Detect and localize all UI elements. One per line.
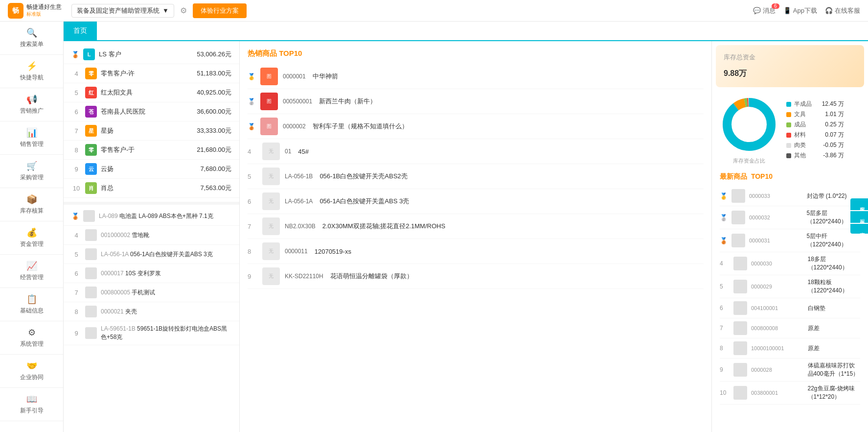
medal-gold-1: 🥇 — [248, 73, 255, 80]
finance-icon: 💰 — [26, 227, 37, 238]
newest-row-5[interactable]: 5 0000029 18颗粒板（1220*2440） — [720, 275, 860, 298]
float-btn-live[interactable]: 直播 — [850, 224, 868, 234]
newest-row-7[interactable]: 7 000800008 原差 — [720, 318, 860, 338]
product-name-3: 智利车子里（规格不知道填什么） — [313, 122, 408, 131]
hot-product-9[interactable]: 9 无 KK-SD22110H 花语萌恒温分離罐袋（厚款） — [248, 264, 704, 289]
donut-svg — [720, 95, 778, 154]
customer-rank-10[interactable]: 10 肖 肖总 7,563.00元 — [64, 179, 239, 198]
product-rank-7[interactable]: 7 000800005 手机测试 — [64, 283, 239, 302]
newest-img-5 — [733, 280, 747, 293]
sidebar-item-purchase[interactable]: 🛒 采购管理 — [0, 155, 63, 188]
hot-product-2[interactable]: 🥈 图 000500001 新西兰牛肉（新牛） — [248, 89, 704, 114]
newest-code-7: 000800008 — [751, 325, 804, 331]
sidebar-label-guide: 新手引导 — [20, 407, 44, 415]
system-name: 装备及固定资产辅助管理系统 — [77, 6, 160, 15]
trial-btn[interactable]: 体验行业方案 — [193, 3, 247, 18]
newest-code-4: 0000030 — [751, 261, 804, 266]
customer-name-5: 红太阳文具 — [101, 88, 193, 97]
inventory-unit: 万 — [739, 69, 747, 77]
newest-row-4[interactable]: 4 0000030 18多层（1220*2440） — [720, 252, 860, 275]
product-code-5: LA-056-1B — [285, 173, 313, 180]
customer-rank-5[interactable]: 5 红 红太阳文具 40,925.00元 — [64, 83, 239, 102]
tab-home[interactable]: 首页 — [64, 22, 97, 40]
newest-row-2[interactable]: 🥈 0000032 5层多层（1220*2440） — [720, 206, 860, 229]
newest-row-3[interactable]: 🥉 0000031 5层中纤（1220*2440） — [720, 229, 860, 252]
customer-amount-10: 7,563.00元 — [200, 184, 231, 192]
sidebar-item-sales[interactable]: 📊 销售管理 — [0, 121, 63, 155]
sidebar-item-operations[interactable]: 📈 经营管理 — [0, 255, 63, 288]
sidebar-label-purchase: 采购管理 — [20, 173, 44, 182]
app-download-button[interactable]: 📱 App下载 — [783, 6, 817, 15]
newest-row-8[interactable]: 8 10000100001 原差 — [720, 338, 860, 359]
hot-product-8[interactable]: 8 无 0000011 12070519-xs — [248, 239, 704, 264]
customer-badge-8: 零 — [85, 144, 97, 156]
hot-product-6[interactable]: 6 无 LA-056-1A 056-1A白色按键开关盖ABS 3壳 — [248, 189, 704, 214]
float-btn-service[interactable]: 客服热线 — [850, 198, 868, 210]
product-name-8: 12070519-xs — [315, 248, 351, 255]
newest-row-1[interactable]: 🥇 0000033 封边带 (1.0*22) — [720, 186, 860, 206]
system-select[interactable]: 装备及固定资产辅助管理系统 ▼ — [71, 4, 174, 18]
basic-info-icon: 📋 — [26, 294, 37, 305]
product-code-4: 01 — [285, 148, 291, 155]
newest-code-10: 003800001 — [751, 390, 804, 396]
product-rank-6[interactable]: 6 0000017 10S 变利罗浆 — [64, 264, 239, 283]
customer-badge-3: L — [83, 48, 95, 60]
newest-rank-6: 6 — [720, 305, 730, 312]
sidebar-item-cooperation[interactable]: 🤝 企业协同 — [0, 355, 63, 388]
sidebar-item-quick-nav[interactable]: ⚡ 快捷导航 — [0, 55, 63, 88]
hot-product-4[interactable]: 4 无 01 45# — [248, 139, 704, 164]
customer-amount-4: 51,183.00元 — [197, 69, 231, 78]
hot-product-5[interactable]: 5 无 LA-056-1B 056-1B白色按键开关壳ABS2壳 — [248, 164, 704, 189]
customer-rank-3[interactable]: 🥉 L LS 客户 53,006.26元 — [64, 45, 239, 64]
sidebar-item-system[interactable]: ⚙ 系统管理 — [0, 321, 63, 355]
newest-row-9[interactable]: 9 0000028 体硫嘉核味苏打饮品400毫升（1*15） — [720, 359, 860, 382]
customer-rank-8[interactable]: 8 零 零售客户-于 21,680.00元 — [64, 141, 239, 160]
guide-icon: 📖 — [26, 394, 37, 405]
sidebar-item-inventory[interactable]: 📦 库存核算 — [0, 188, 63, 221]
float-btn-community[interactable]: 服务社区 — [850, 211, 868, 223]
logo-sub: 标准版 — [26, 11, 62, 18]
marketing-icon: 📢 — [26, 94, 37, 105]
product-rank-num-8: 8 — [248, 248, 257, 255]
newest-rank-8: 8 — [720, 345, 730, 352]
product-rank-3[interactable]: 🥉 LA-089 电池盖 LA-089 ABS本色+黑种 7.1克 — [64, 207, 239, 226]
customer-rank-6[interactable]: 6 苍 苍南县人民医院 36,600.00元 — [64, 102, 239, 121]
service-button[interactable]: 🎧 在线客服 — [825, 6, 860, 15]
product-rank-5[interactable]: 5 LA-056-1A 056-1A白色按键开关盖ABS 3克 — [64, 245, 239, 264]
newest-img-7 — [733, 321, 747, 335]
customer-rank-7[interactable]: 7 星 星扬 33,333.00元 — [64, 121, 239, 141]
legend-item-5: 其他 -3.86 万 — [786, 151, 844, 160]
product-rank-9[interactable]: 9 LA-59651-1B 59651-1B旋转投影灯电池盒ABS黑色+58克 — [64, 321, 239, 345]
legend-item-4: 肉类 -0.05 万 — [786, 141, 844, 149]
prod-img-6 — [85, 267, 97, 279]
product-rank-4[interactable]: 4 001000002 雪地靴 — [64, 226, 239, 245]
product-img-7: 无 — [262, 217, 280, 235]
msg-button[interactable]: 💬 消息 6 — [753, 6, 776, 15]
customer-amount-9: 7,680.00元 — [200, 165, 231, 173]
newest-img-3 — [731, 234, 745, 247]
hot-product-1[interactable]: 🥇 图 0000001 中华神箭 — [248, 64, 704, 89]
product-name-9: 花语萌恒温分離罐袋（厚款） — [330, 272, 413, 281]
product-img-4: 无 — [262, 143, 280, 160]
legend-item-0: 半成品 12.45 万 — [786, 100, 844, 108]
product-rank-num-4: 4 — [248, 148, 257, 155]
sidebar-item-finance[interactable]: 💰 资金管理 — [0, 221, 63, 255]
customer-rank-9[interactable]: 9 云 云扬 7,680.00元 — [64, 160, 239, 179]
settings-icon[interactable]: ⚙ — [180, 6, 187, 15]
hot-product-7[interactable]: 7 无 NB2.0X30B 2.0X30MM双搓花轴;搓花直径2.1MM/ROH… — [248, 214, 704, 239]
chart-label: 库存资金占比 — [720, 157, 778, 165]
newest-rank-10: 10 — [720, 389, 730, 396]
sidebar-item-guide[interactable]: 📖 新手引导 — [0, 388, 63, 421]
newest-row-6[interactable]: 6 004100001 白钢垫 — [720, 298, 860, 318]
sidebar-item-marketing[interactable]: 📢 营销推广 — [0, 88, 63, 121]
hot-product-3[interactable]: 🥉 图 0000002 智利车子里（规格不知道填什么） — [248, 114, 704, 139]
customer-rank-4[interactable]: 4 零 零售客户-许 51,183.00元 — [64, 64, 239, 83]
legend-value-4: -0.05 万 — [815, 141, 844, 149]
newest-name-6: 白钢垫 — [808, 304, 861, 312]
chart-section: 库存资金占比 半成品 12.45 万 文具 1.01 万 — [712, 91, 868, 168]
sidebar-item-basic-info[interactable]: 📋 基础信息 — [0, 288, 63, 321]
sidebar-item-search[interactable]: 🔍 搜索菜单 — [0, 22, 63, 55]
product-rank-8[interactable]: 8 0000021 夹壳 — [64, 302, 239, 321]
inventory-value: 9.88 — [724, 69, 739, 77]
newest-row-10[interactable]: 10 003800001 22g鱼豆腐-烧烤味（1*12*20） — [720, 382, 860, 405]
